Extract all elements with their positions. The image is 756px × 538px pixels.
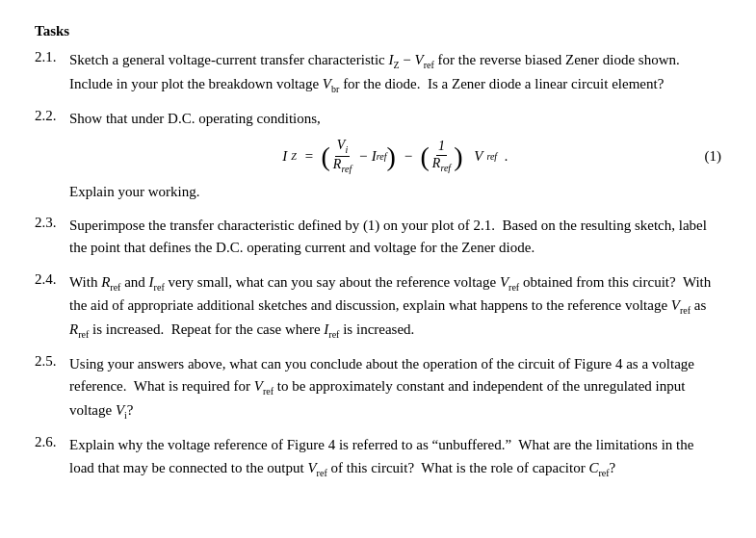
task-content-2-4: With Rref and Iref very small, what can … <box>69 271 721 343</box>
task-2-6: 2.6. Explain why the voltage reference o… <box>35 434 721 480</box>
task-2-5: 2.5. Using your answers above, what can … <box>35 353 721 423</box>
task-content-2-3: Superimpose the transfer characteristic … <box>69 215 721 260</box>
task-number-2-3: 2.3. <box>35 215 69 231</box>
task-number-2-6: 2.6. <box>35 434 69 450</box>
task-2-2-intro: Show that under D.C. operating condition… <box>69 108 721 130</box>
task-content-2-2: Show that under D.C. operating condition… <box>69 108 721 203</box>
task-2-1: 2.1. Sketch a general voltage-current tr… <box>35 49 721 96</box>
section-heading: Tasks <box>35 23 721 39</box>
task-content-2-6: Explain why the voltage reference of Fig… <box>69 434 721 480</box>
equation-number: (1) <box>705 145 722 167</box>
task-2-4: 2.4. With Rref and Iref very small, what… <box>35 271 721 343</box>
equation-block: IZ = ( Vi Rref − Iref ) − ( <box>69 138 721 175</box>
task-content-2-1: Sketch a general voltage-current transfe… <box>69 49 721 96</box>
task-number-2-1: 2.1. <box>35 49 69 65</box>
task-content-2-5: Using your answers above, what can you c… <box>69 353 721 423</box>
task-number-2-2: 2.2. <box>35 108 69 124</box>
tasks-section: Tasks 2.1. Sketch a general voltage-curr… <box>35 23 721 480</box>
task-number-2-4: 2.4. <box>35 271 69 288</box>
task-number-2-5: 2.5. <box>35 353 69 370</box>
equation: IZ = ( Vi Rref − Iref ) − ( <box>282 138 508 175</box>
task-2-3: 2.3. Superimpose the transfer characteri… <box>35 215 721 260</box>
task-2-2-explain: Explain your working. <box>69 181 721 203</box>
task-2-2: 2.2. Show that under D.C. operating cond… <box>35 108 721 203</box>
